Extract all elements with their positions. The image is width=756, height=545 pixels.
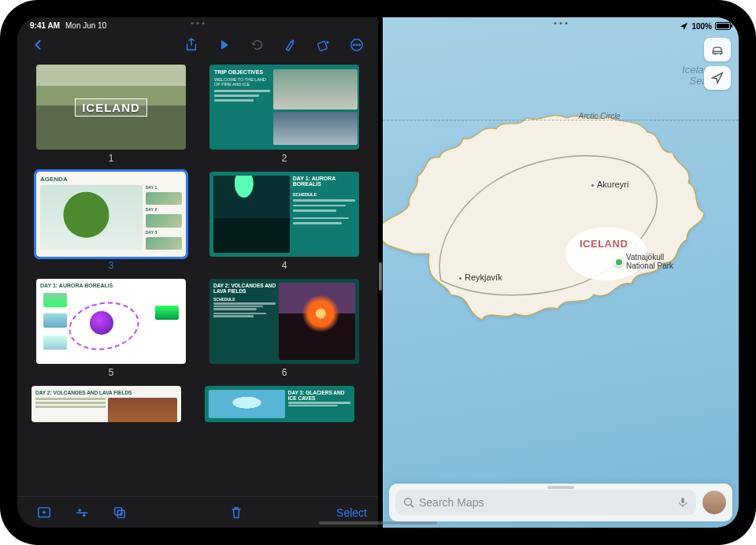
slide-thumb-2[interactable]: TRIP OBJECTIVES WELCOME TO THE LAND OF F… (205, 65, 364, 164)
status-bar-right: 100% (680, 19, 731, 33)
status-date: Mon Jun 10 (65, 21, 106, 30)
home-indicator[interactable] (319, 521, 437, 525)
insert-button[interactable] (310, 34, 337, 56)
slide-thumb-image: ICELAND (36, 65, 186, 150)
account-avatar[interactable] (702, 491, 726, 514)
status-time: 9:41 AM (30, 21, 60, 30)
city-reykjavik[interactable]: Reykjavík (458, 272, 502, 282)
iceland-landmass (383, 88, 709, 356)
light-table[interactable]: ICELAND 1 TRIP OBJECTIVES WELCOME TO THE… (17, 58, 378, 496)
slide-thumb-1[interactable]: ICELAND 1 (32, 65, 191, 164)
dictation-icon[interactable] (677, 497, 688, 508)
driving-mode-button[interactable] (704, 38, 731, 61)
poi-vatnajokull[interactable]: Vatnajökull National Park (614, 254, 673, 270)
multitask-dots-right[interactable] (554, 22, 568, 24)
slide-thumb-6[interactable]: DAY 2: VOLCANOES AND LAVA FIELDS SCHEDUL… (205, 279, 364, 378)
city-akureyri[interactable]: Akureyri (591, 180, 628, 189)
search-field[interactable]: Search Maps (395, 490, 696, 515)
undo-button[interactable] (244, 34, 271, 56)
more-button[interactable] (343, 34, 370, 56)
split-view-screen: 9:41 AM Mon Jun 10 (17, 17, 739, 528)
duplicate-button[interactable] (104, 500, 135, 525)
arctic-circle-label: Arctic Circle (579, 112, 621, 120)
search-icon (403, 497, 414, 508)
keynote-toolbar (17, 32, 378, 58)
slide-thumb-image: DAY 1: AURORA BOREALIS SCHEDULE (209, 172, 359, 257)
play-button[interactable] (211, 34, 238, 56)
maps-search-card: Search Maps (389, 484, 732, 521)
card-grabber[interactable] (547, 486, 574, 489)
map-controls (704, 38, 731, 90)
slide-number: 6 (282, 367, 287, 378)
slide-thumb-3[interactable]: AGENDA DAY 1 DAY 2 DAY 3 3 (32, 172, 191, 271)
svg-point-3 (356, 44, 357, 45)
slide-thumb-image: TRIP OBJECTIVES WELCOME TO THE LAND OF F… (209, 65, 359, 150)
slide-thumb-image: DAY 3: GLACIERS AND ICE CAVES (205, 386, 354, 422)
svg-point-2 (354, 44, 354, 45)
location-services-icon (680, 22, 688, 31)
slide-thumb-5[interactable]: DAY 1: AURORA BOREALIS 5 (32, 279, 191, 378)
battery-percent: 100% (691, 22, 712, 31)
delete-button[interactable] (220, 500, 252, 525)
slide-thumb-image: AGENDA DAY 1 DAY 2 DAY 3 (36, 172, 186, 257)
slide-number: 2 (282, 153, 287, 164)
share-button[interactable] (178, 34, 205, 56)
slide-thumb-8[interactable]: DAY 3: GLACIERS AND ICE CAVES (205, 386, 364, 422)
svg-rect-0 (317, 41, 328, 51)
battery-icon (715, 22, 731, 30)
format-brush-button[interactable] (277, 34, 304, 56)
slide-number: 3 (109, 260, 114, 271)
slide-number: 4 (282, 260, 287, 271)
slide-number: 5 (109, 367, 114, 378)
keynote-app: 9:41 AM Mon Jun 10 (17, 17, 378, 528)
slide-thumb-image: DAY 2: VOLCANOES AND LAVA FIELDS SCHEDUL… (209, 279, 359, 364)
status-bar-left: 9:41 AM Mon Jun 10 (17, 17, 378, 32)
slide-thumb-image: DAY 2: VOLCANOES AND LAVA FIELDS (32, 386, 181, 422)
locate-me-button[interactable] (704, 66, 731, 90)
slide-thumb-image: DAY 1: AURORA BOREALIS (36, 279, 186, 364)
select-button[interactable]: Select (336, 506, 367, 519)
svg-point-9 (405, 499, 412, 506)
svg-rect-10 (681, 498, 684, 503)
new-slide-button[interactable] (28, 500, 60, 525)
maps-app[interactable]: 100% Iceland Sea Arctic Circle (383, 17, 739, 528)
slide-number: 1 (109, 153, 114, 164)
search-placeholder: Search Maps (419, 496, 484, 509)
slide-thumb-4[interactable]: DAY 1: AURORA BOREALIS SCHEDULE 4 (205, 172, 364, 271)
slide-thumb-7[interactable]: DAY 2: VOLCANOES AND LAVA FIELDS (32, 386, 191, 422)
skip-slide-button[interactable] (66, 500, 98, 525)
country-label: ICELAND (580, 238, 628, 250)
multitask-dots-left[interactable] (191, 22, 205, 24)
arctic-circle-line (383, 120, 739, 120)
svg-point-4 (359, 44, 360, 45)
back-button[interactable] (25, 34, 52, 56)
